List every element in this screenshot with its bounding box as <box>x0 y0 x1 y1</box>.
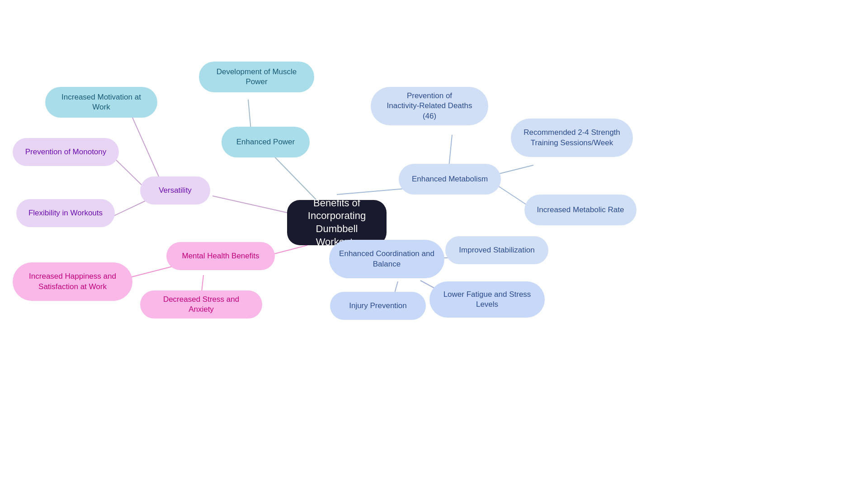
center-node: Benefits of Incorporating Dumbbell Worko… <box>287 200 387 245</box>
enhanced-power-node: Enhanced Power <box>222 127 310 157</box>
enhanced-metabolism-node: Enhanced Metabolism <box>399 164 501 195</box>
development-muscle-node: Development of Muscle Power <box>199 62 314 92</box>
mental-health-node: Mental Health Benefits <box>166 242 275 270</box>
versatility-label: Versatility <box>159 186 192 195</box>
increased-metabolic-node: Increased Metabolic Rate <box>524 195 637 225</box>
lower-fatigue-label: Lower Fatigue and Stress Levels <box>443 290 531 309</box>
enhanced-coordination-node: Enhanced Coordination and Balance <box>329 240 444 278</box>
recommended-sessions-label: Recommended 2-4 Strength Training Sessio… <box>524 128 620 147</box>
lower-fatigue-node: Lower Fatigue and Stress Levels <box>429 281 545 318</box>
enhanced-coordination-label: Enhanced Coordination and Balance <box>339 249 434 269</box>
enhanced-power-label: Enhanced Power <box>236 137 295 147</box>
svg-line-2 <box>212 196 287 213</box>
decreased-stress-node: Decreased Stress and Anxiety <box>140 290 262 319</box>
decreased-stress-label: Decreased Stress and Anxiety <box>150 295 252 314</box>
increased-metabolic-label: Increased Metabolic Rate <box>537 205 624 215</box>
enhanced-metabolism-label: Enhanced Metabolism <box>412 174 488 184</box>
development-muscle-label: Development of Muscle Power <box>209 67 304 87</box>
prevention-monotony-node: Prevention of Monotony <box>13 138 119 166</box>
increased-happiness-node: Increased Happiness and Satisfaction at … <box>13 262 132 301</box>
improved-stabilization-label: Improved Stabilization <box>459 245 534 255</box>
flexibility-workouts-label: Flexibility in Workouts <box>28 208 103 218</box>
versatility-node: Versatility <box>140 176 210 205</box>
increased-motivation-node: Increased Motivation at Work <box>45 87 157 118</box>
injury-prevention-node: Injury Prevention <box>330 292 426 320</box>
mental-health-label: Mental Health Benefits <box>182 251 259 261</box>
flexibility-workouts-node: Flexibility in Workouts <box>16 199 115 227</box>
improved-stabilization-node: Improved Stabilization <box>445 236 548 264</box>
increased-motivation-label: Increased Motivation at Work <box>55 92 147 112</box>
prevention-monotony-label: Prevention of Monotony <box>25 147 107 157</box>
recommended-sessions-node: Recommended 2-4 Strength Training Sessio… <box>511 119 633 157</box>
prevention-inactivity-node: Prevention of Inactivity-Related Deaths … <box>371 87 488 125</box>
svg-line-0 <box>268 150 316 200</box>
increased-happiness-label: Increased Happiness and Satisfaction at … <box>29 271 116 291</box>
svg-line-3 <box>129 109 163 186</box>
injury-prevention-label: Injury Prevention <box>349 301 407 311</box>
prevention-inactivity-label: Prevention of Inactivity-Related Deaths … <box>381 91 478 121</box>
